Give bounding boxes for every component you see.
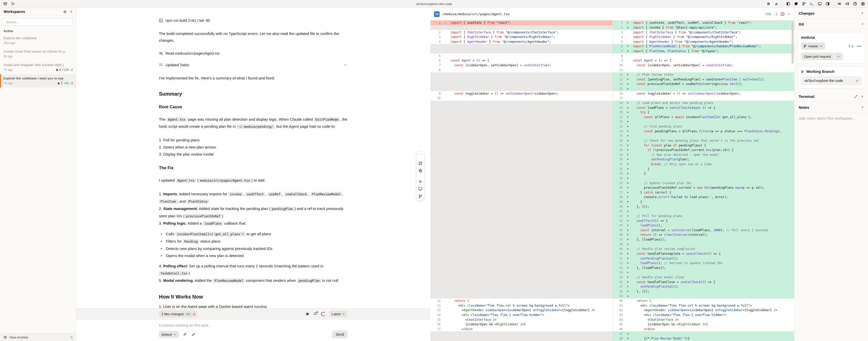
archive-icon[interactable]	[3, 2, 7, 6]
diff-file-header[interactable]: TS /medusa/medusa/src/pages/Agent.tsx +5…	[430, 8, 794, 21]
list-item: Opens the modal when a new plan is detec…	[159, 252, 347, 259]
notes-textarea[interactable]	[795, 113, 868, 130]
diff-filler-row	[430, 115, 612, 120]
diff-filler-row	[430, 294, 612, 299]
branch-dropdown[interactable]: master	[801, 42, 825, 50]
attach-icon[interactable]	[183, 332, 187, 336]
layers-icon[interactable]	[63, 10, 67, 13]
signout-icon[interactable]	[11, 2, 15, 6]
run-icon[interactable]	[418, 180, 422, 184]
menu-icon[interactable]	[837, 2, 841, 6]
panel-right-icon[interactable]	[826, 2, 830, 6]
copy-icon[interactable]	[418, 169, 422, 173]
split-view-icon[interactable]	[780, 12, 784, 16]
diff-body: 1-import { useState } from "react";2impo…	[430, 21, 794, 341]
terminal-section-header[interactable]: Terminal	[795, 91, 868, 102]
diff-code-row: 56+ const handlePlanClose = useCallback(…	[613, 280, 794, 284]
diff-code-row: 17 </div>	[430, 327, 612, 332]
diff-panel: TS /medusa/medusa/src/pages/Agent.tsx +5…	[430, 8, 794, 341]
branch-icon[interactable]	[802, 2, 806, 6]
diff-code-row: 22+	[613, 119, 794, 124]
files-changed-label: 2 files changed	[161, 312, 183, 316]
search-input[interactable]	[3, 18, 73, 26]
diff-code-row: 51+ setPendingPlan(null);	[613, 256, 794, 261]
diff-code-row: 39+ }	[613, 199, 794, 205]
todos-status-icon[interactable]	[313, 312, 317, 316]
more-options-icon[interactable]: •••	[857, 44, 862, 48]
monitor-icon[interactable]	[818, 2, 822, 6]
pen-icon[interactable]	[191, 332, 195, 336]
search-box	[0, 16, 76, 27]
view-archive-button[interactable]: View Archive 0	[0, 333, 76, 341]
workspace-item[interactable]: Create Good First Issues on Github So p6…	[0, 47, 76, 61]
workspace-item[interactable]: Explore the codebase I want you to exp7h…	[0, 74, 76, 88]
sidebar-title: Workspaces	[4, 10, 25, 14]
list-item: 4. Polling effect: Set up a polling inte…	[159, 262, 347, 277]
git-branch-icon[interactable]	[418, 194, 422, 198]
collapse-file-icon[interactable]	[787, 12, 790, 16]
diff-code-row: 19+ const loadPlans = useCallback(async …	[613, 105, 794, 110]
gear-icon[interactable]	[861, 2, 865, 6]
inline-code: Agent.tsx	[176, 178, 196, 183]
terminal-prompt-icon[interactable]	[810, 2, 814, 6]
sidebar-header: Workspaces	[0, 8, 76, 16]
inline-code: pendingPlan	[270, 207, 294, 211]
diff-filler-row	[430, 270, 612, 275]
panel-left-icon[interactable]	[786, 2, 790, 6]
section-label-active: Active	[0, 27, 76, 34]
diff-filler-row	[430, 124, 612, 129]
tool-call-row[interactable]: npm run build 2>&1 | tail -80	[159, 19, 347, 23]
diff-code-row: 8	[613, 53, 794, 58]
pause-icon[interactable]	[767, 2, 771, 6]
diff-scrollbar	[792, 21, 794, 340]
diff-filler-row	[430, 133, 612, 138]
drag-handle[interactable]	[418, 154, 422, 155]
conversation-scroll[interactable]: npm run build 2>&1 | tail -80The build c…	[76, 8, 430, 308]
git-section-header[interactable]: Git	[795, 19, 868, 30]
help-icon[interactable]	[853, 2, 857, 6]
diff-filler-row	[430, 77, 612, 82]
pull-request-options-button[interactable]	[835, 53, 843, 60]
message-icon[interactable]	[794, 2, 798, 6]
monitor-icon[interactable]	[418, 187, 422, 191]
message-input[interactable]	[159, 323, 347, 327]
spark-icon[interactable]	[305, 312, 309, 316]
diff-code-row: 2+import { invoke } from "@tauri-apps/ap…	[613, 25, 794, 30]
scrollbar-thumb[interactable]	[792, 21, 794, 63]
diff-view-icon[interactable]	[418, 161, 422, 165]
expand-icon[interactable]	[854, 95, 857, 98]
diff-code-row: 9 const toggleSidebar = () => setSidebar…	[430, 91, 612, 96]
inline-code: previousPlanIdsRef	[184, 214, 222, 218]
inline-code: pendingPlan	[297, 279, 321, 283]
latest-dropdown[interactable]: Latest	[329, 310, 347, 317]
files-changed-chip[interactable]: 2 files changed +61 -3	[159, 310, 198, 317]
diff-code-row: 13+ const [pendingPlan, setPendingPlan] …	[613, 77, 794, 82]
file-icon	[56, 68, 58, 71]
diff-code-row: 49+ // Handle plan review completion	[613, 247, 794, 251]
diff-code-row: 7 const [sidebarOpen, setSidebarOpen] = …	[430, 63, 612, 68]
megaphone-icon[interactable]	[845, 2, 849, 6]
archive-count: 0	[71, 335, 72, 339]
mode-dropdown[interactable]: Default	[159, 331, 179, 338]
tool-call-row[interactable]: Updated Todos	[159, 63, 347, 67]
changes-section-header[interactable]: Changes	[795, 8, 868, 19]
tool-call-row[interactable]: Read medusa/src/pages/Agent.tsx	[159, 51, 347, 55]
workspace-item[interactable]: Explore the codebase35m ago	[0, 34, 76, 47]
diff-filler-row	[430, 199, 612, 205]
open-pull-request-button[interactable]: Open pull request	[801, 53, 834, 60]
notes-section-header[interactable]: Notes	[795, 102, 868, 113]
workspace-item[interactable]: Install and integrate Vibe Kanban Web (7…	[0, 61, 76, 74]
diff-filler-row	[430, 228, 612, 233]
diff-code-row: 41+	[613, 209, 794, 214]
sidebar-header-icons	[63, 10, 73, 13]
edit-pencil-icon[interactable]	[856, 79, 859, 83]
chevron-down-icon[interactable]	[344, 63, 347, 67]
diff-code-row: 42+ // Poll for pending plans	[613, 214, 794, 219]
collapse-icon[interactable]	[774, 2, 778, 6]
diff-code-row: 29+ // New plan detected — open the moda…	[613, 153, 794, 157]
diff-code-row: 12+ // Plan review state	[613, 72, 794, 77]
send-button[interactable]: Send	[332, 331, 347, 338]
plus-icon[interactable]	[70, 10, 73, 13]
working-branch-input[interactable]	[804, 79, 856, 83]
latest-label: Latest	[332, 312, 341, 316]
